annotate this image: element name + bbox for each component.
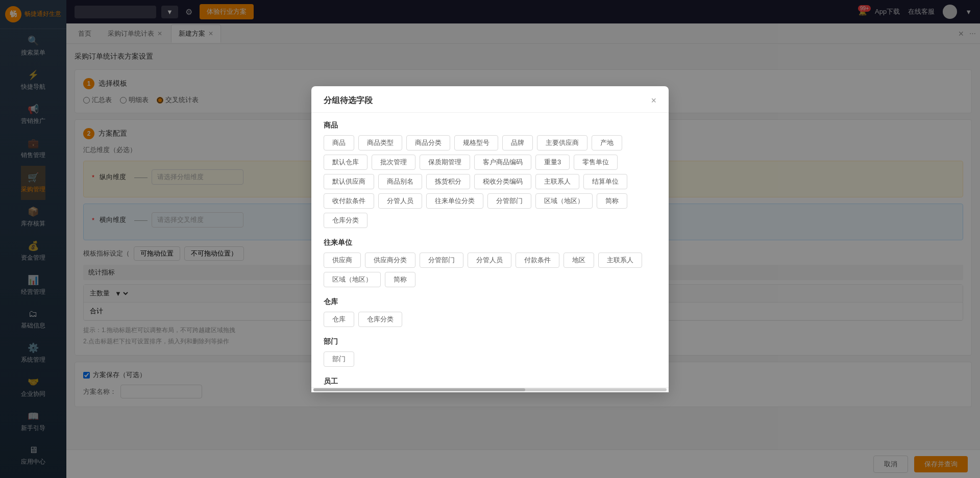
- field-tag-0-21[interactable]: 往来单位分类: [426, 193, 483, 209]
- modal-close-button[interactable]: ×: [651, 95, 656, 106]
- field-group-title-3: 部门: [324, 337, 656, 346]
- field-tag-0-7[interactable]: 默认仓库: [324, 155, 368, 170]
- field-tag-0-23[interactable]: 区域（地区）: [535, 193, 593, 209]
- field-tag-0-18[interactable]: 结算单位: [583, 174, 627, 189]
- field-group-0: 商品商品商品类型商品分类规格型号品牌主要供应商产地默认仓库批次管理保质期管理客户…: [324, 121, 656, 228]
- modal-horizontal-scrollbar[interactable]: [311, 387, 669, 392]
- field-tag-0-9[interactable]: 保质期管理: [420, 155, 470, 170]
- field-tag-2-0[interactable]: 仓库: [324, 312, 354, 327]
- field-tag-0-6[interactable]: 产地: [592, 135, 622, 150]
- field-group-3: 部门部门: [324, 337, 656, 367]
- field-tag-0-0[interactable]: 商品: [324, 135, 354, 150]
- field-tag-0-20[interactable]: 分管人员: [378, 193, 422, 209]
- field-tag-0-4[interactable]: 品牌: [502, 135, 533, 150]
- modal-title: 分组待选字段: [324, 95, 373, 106]
- field-select-modal: 分组待选字段 × 商品商品商品类型商品分类规格型号品牌主要供应商产地默认仓库批次…: [311, 86, 669, 392]
- field-tag-0-2[interactable]: 商品分类: [406, 135, 450, 150]
- field-tag-0-14[interactable]: 商品别名: [378, 174, 422, 189]
- field-tag-1-3[interactable]: 分管人员: [468, 253, 511, 268]
- field-tag-1-6[interactable]: 主联系人: [598, 253, 642, 268]
- field-tag-1-1[interactable]: 供应商分类: [365, 253, 415, 268]
- field-tags-0: 商品商品类型商品分类规格型号品牌主要供应商产地默认仓库批次管理保质期管理客户商品…: [324, 135, 656, 228]
- field-tag-0-3[interactable]: 规格型号: [454, 135, 498, 150]
- field-tag-0-11[interactable]: 重量3: [535, 155, 570, 170]
- field-tag-0-1[interactable]: 商品类型: [358, 135, 402, 150]
- field-group-4: 员工业务员: [324, 377, 656, 388]
- field-tag-3-0[interactable]: 部门: [324, 351, 354, 367]
- modal-body: 商品商品商品类型商品分类规格型号品牌主要供应商产地默认仓库批次管理保质期管理客户…: [311, 113, 669, 388]
- field-tag-0-25[interactable]: 仓库分类: [324, 213, 368, 228]
- field-group-title-2: 仓库: [324, 297, 656, 307]
- field-group-title-1: 往来单位: [324, 238, 656, 247]
- field-tags-1: 供应商供应商分类分管部门分管人员付款条件地区主联系人区域（地区）简称: [324, 253, 656, 287]
- field-group-title-4: 员工: [324, 377, 656, 386]
- field-tag-2-1[interactable]: 仓库分类: [358, 312, 402, 327]
- field-tag-0-13[interactable]: 默认供应商: [324, 174, 374, 189]
- field-tag-0-16[interactable]: 税收分类编码: [474, 174, 531, 189]
- field-tag-0-12[interactable]: 零售单位: [574, 155, 618, 170]
- field-tag-0-19[interactable]: 收付款条件: [324, 193, 374, 209]
- field-group-1: 往来单位供应商供应商分类分管部门分管人员付款条件地区主联系人区域（地区）简称: [324, 238, 656, 287]
- field-tags-3: 部门: [324, 351, 656, 367]
- field-tag-1-5[interactable]: 地区: [564, 253, 594, 268]
- field-tag-0-17[interactable]: 主联系人: [535, 174, 579, 189]
- field-group-2: 仓库仓库仓库分类: [324, 297, 656, 327]
- field-tag-0-15[interactable]: 拣货积分: [426, 174, 470, 189]
- field-tag-1-7[interactable]: 区域（地区）: [324, 272, 381, 287]
- field-tag-1-8[interactable]: 简称: [385, 272, 415, 287]
- field-tag-0-8[interactable]: 批次管理: [372, 155, 415, 170]
- field-tags-2: 仓库仓库分类: [324, 312, 656, 327]
- field-tag-1-2[interactable]: 分管部门: [420, 253, 463, 268]
- field-tag-1-4[interactable]: 付款条件: [516, 253, 559, 268]
- field-tag-0-24[interactable]: 简称: [597, 193, 627, 209]
- modal-header: 分组待选字段 ×: [311, 86, 669, 113]
- field-tag-0-5[interactable]: 主要供应商: [537, 135, 587, 150]
- field-group-title-0: 商品: [324, 121, 656, 130]
- modal-overlay: 分组待选字段 × 商品商品商品类型商品分类规格型号品牌主要供应商产地默认仓库批次…: [0, 0, 980, 478]
- field-tag-1-0[interactable]: 供应商: [324, 253, 361, 268]
- field-tag-0-10[interactable]: 客户商品编码: [474, 155, 531, 170]
- field-tag-0-22[interactable]: 分管部门: [487, 193, 531, 209]
